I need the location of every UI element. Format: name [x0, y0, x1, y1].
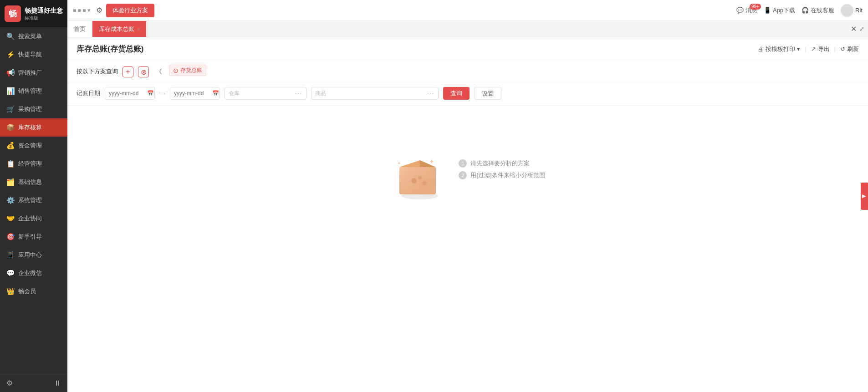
filter-area: 按以下方案查询 + ⊗ 《 ⊙ 存货总账	[67, 59, 868, 83]
sidebar-item-apps[interactable]: 📱 应用中心	[0, 246, 67, 264]
footer-settings-icon[interactable]: ⚙	[6, 379, 13, 387]
header-right: 💬 消息 99+ 📱 App下载 🎧 在线客服 Rit	[736, 4, 863, 17]
sidebar-item-label: 销售管理	[18, 87, 42, 95]
tab-expand-icon[interactable]: ⤢	[859, 25, 864, 32]
scheme-tag-icon: ⊙	[173, 67, 179, 74]
page-header-actions: 🖨 按模板打印 ▾ | ↗ 导出 | ↺ 刷新	[758, 45, 859, 53]
date-end-input[interactable]: 📅	[170, 87, 220, 100]
product-select[interactable]: 商品 ···	[311, 87, 439, 100]
dropdown-icon[interactable]: ▾	[87, 7, 91, 14]
refresh-icon: ↺	[840, 46, 845, 52]
user-avatar-item[interactable]: Rit	[841, 4, 863, 17]
sidebar-item-member[interactable]: 👑 畅会员	[0, 282, 67, 300]
svg-rect-4	[399, 167, 436, 194]
settings-button[interactable]: 设置	[474, 87, 501, 100]
tab-close-main-icon[interactable]: ✕	[851, 25, 857, 33]
sidebar-item-enterprise[interactable]: 🤝 企业协同	[0, 209, 67, 228]
empty-state: ✦ ✦ 1 请先选择要分析的方案	[67, 106, 868, 233]
box-icon: 📦	[6, 123, 15, 132]
tab-home[interactable]: 首页	[67, 21, 92, 37]
folder-icon: 🗂️	[6, 178, 15, 186]
footer-audio-icon[interactable]: ⏸	[54, 379, 61, 387]
chat-icon: 💬	[6, 269, 15, 277]
filter-add-button[interactable]: +	[123, 66, 133, 77]
date-separator: —	[159, 90, 165, 97]
date-end-field[interactable]	[174, 90, 210, 97]
sidebar-item-basic[interactable]: 🗂️ 基础信息	[0, 173, 67, 191]
sidebar-item-purchase[interactable]: 🛒 采购管理	[0, 100, 67, 118]
money-icon: 💰	[6, 142, 15, 150]
sidebar-item-inventory[interactable]: 📦 库存核算	[0, 118, 67, 137]
hint-num-1: 1	[459, 159, 467, 168]
export-btn[interactable]: ↗ 导出	[811, 45, 830, 53]
tab-bar: 首页 库存成本总账 × ✕ ⤢	[67, 21, 868, 37]
sidebar-item-guide[interactable]: 🎯 新手引导	[0, 228, 67, 246]
sidebar-item-label: 系统管理	[18, 196, 42, 204]
logo-main-text: 畅捷通好生意	[25, 6, 63, 15]
tab-close-icon[interactable]: ×	[137, 26, 140, 32]
sidebar-item-wechat[interactable]: 💬 企业微信	[0, 264, 67, 282]
sidebar-item-shortcut[interactable]: ⚡ 快捷导航	[0, 46, 67, 64]
lightning-icon: ⚡	[6, 51, 15, 59]
svg-marker-2	[399, 160, 420, 167]
hint-num-2: 2	[459, 171, 467, 179]
header-settings-icon[interactable]: ⚙	[96, 6, 102, 15]
tab-bar-right: ✕ ⤢	[851, 25, 868, 33]
cart-icon: 🛒	[6, 105, 15, 113]
sidebar-item-marketing[interactable]: 📢 营销推广	[0, 64, 67, 82]
sidebar-item-label: 资金管理	[18, 142, 42, 150]
app-download-item[interactable]: 📱 App下载	[764, 6, 795, 15]
sidebar-item-label: 企业微信	[18, 269, 42, 277]
tab-inventory-ledger[interactable]: 库存成本总账 ×	[92, 21, 146, 37]
sidebar-item-system[interactable]: ⚙️ 系统管理	[0, 191, 67, 209]
svg-point-7	[422, 181, 427, 185]
handshake-icon: 🤝	[6, 214, 15, 223]
print-template-btn[interactable]: 🖨 按模板打印 ▾	[758, 45, 800, 53]
sidebar-item-operations[interactable]: 📋 经营管理	[0, 155, 67, 173]
sidebar-item-search[interactable]: 🔍 搜索菜单	[0, 27, 67, 46]
sidebar-nav: 🔍 搜索菜单 ⚡ 快捷导航 📢 营销推广 📊 销售管理 🛒 采购管理 📦 库存核…	[0, 27, 67, 374]
scheme-tag-label: 存货总账	[180, 66, 202, 74]
sidebar-item-finance[interactable]: 💰 资金管理	[0, 137, 67, 155]
top-header: ■ ■ ■ ▾ ⚙ 体验行业方案 💬 消息 99+ 📱 App下载 🎧 在线客服…	[67, 0, 868, 21]
warehouse-label: 仓库	[229, 90, 240, 97]
target-icon: 🎯	[6, 233, 15, 241]
filter-label: 按以下方案查询	[77, 67, 118, 76]
product-more-icon[interactable]: ···	[427, 90, 434, 97]
message-icon: 💬	[736, 7, 744, 14]
sidebar-item-label: 库存核算	[18, 123, 42, 132]
crown-icon: 👑	[6, 287, 15, 295]
scheme-tag[interactable]: ⊙ 存货总账	[169, 65, 206, 76]
warehouse-more-icon[interactable]: ···	[295, 90, 302, 97]
tab-active-label: 库存成本总账	[99, 25, 134, 33]
sidebar-item-label: 畅会员	[18, 287, 36, 295]
warehouse-select[interactable]: 仓库 ···	[225, 87, 306, 100]
online-service-item[interactable]: 🎧 在线客服	[802, 6, 834, 15]
side-handle[interactable]: ▶	[861, 183, 868, 210]
action-divider: |	[805, 46, 806, 52]
svg-point-6	[418, 176, 422, 179]
gear-icon: ⚙️	[6, 196, 15, 204]
query-button[interactable]: 查询	[443, 87, 470, 100]
date-start-field[interactable]	[109, 90, 145, 97]
empty-illustration: ✦ ✦	[390, 142, 445, 197]
sidebar-item-sales[interactable]: 📊 销售管理	[0, 82, 67, 100]
filter-collapse-button[interactable]: 《	[153, 66, 164, 77]
empty-state-inner: ✦ ✦ 1 请先选择要分析的方案	[390, 142, 545, 197]
user-name-label: Rit	[855, 7, 863, 14]
print-dropdown-icon[interactable]: ▾	[797, 46, 800, 52]
page-header: 库存总账(存货总账) 🖨 按模板打印 ▾ | ↗ 导出 | ↺ 刷新	[67, 37, 868, 59]
calendar-end-icon[interactable]: 📅	[212, 90, 219, 97]
logo-icon: 畅	[5, 5, 21, 22]
messages-item[interactable]: 💬 消息 99+	[736, 6, 757, 15]
breadcrumb: ■ ■ ■ ▾	[73, 7, 91, 14]
promo-button[interactable]: 体验行业方案	[106, 4, 154, 17]
phone-icon: 📱	[764, 7, 771, 14]
svg-text:✦: ✦	[429, 158, 434, 165]
sidebar-item-label: 采购管理	[18, 105, 42, 113]
date-start-input[interactable]: 📅	[105, 87, 155, 100]
calendar-start-icon[interactable]: 📅	[147, 90, 154, 97]
filter-remove-button[interactable]: ⊗	[138, 66, 149, 77]
refresh-btn[interactable]: ↺ 刷新	[840, 45, 859, 53]
app-download-label: App下载	[773, 6, 795, 15]
